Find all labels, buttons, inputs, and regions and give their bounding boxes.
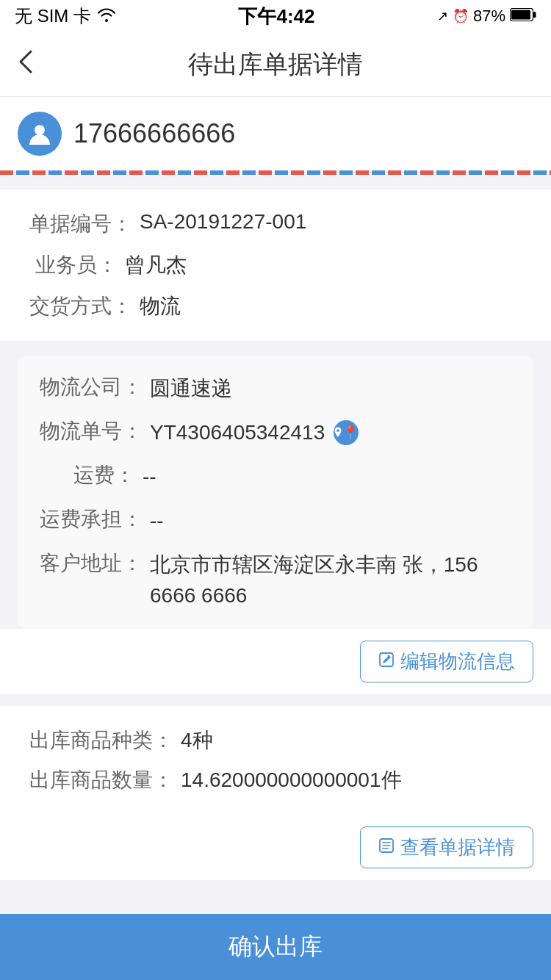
sales-person-row: 业务员： 曾凡杰 bbox=[29, 251, 522, 279]
freight-row: 运费： -- bbox=[40, 461, 511, 492]
product-quantity-label: 出库商品数量： bbox=[29, 766, 181, 794]
section-divider-1 bbox=[0, 694, 551, 706]
edit-logistics-label: 编辑物流信息 bbox=[400, 649, 515, 674]
track-location-button[interactable] bbox=[334, 420, 359, 445]
edit-icon bbox=[378, 652, 395, 672]
delivery-method-row: 交货方式： 物流 bbox=[29, 292, 522, 320]
tracking-number-value: YT43064053424​13 bbox=[150, 417, 325, 448]
confirm-outbound-button[interactable]: 确认出库 bbox=[0, 914, 551, 980]
battery-text: 87% bbox=[473, 7, 505, 26]
tracking-number-row: 物流单号： YT43064053424​13 bbox=[40, 417, 511, 448]
order-number-label: 单据编号： bbox=[29, 210, 140, 238]
product-quantity-row: 出库商品数量： 14.620000000000001件 bbox=[29, 766, 522, 794]
svg-rect-2 bbox=[511, 10, 530, 20]
sales-person-value: 曾凡杰 bbox=[125, 251, 522, 279]
view-details-button[interactable]: 查看单据详情 bbox=[360, 826, 533, 868]
page-title: 待出库单据详情 bbox=[188, 48, 363, 82]
freight-label: 运费： bbox=[40, 461, 143, 489]
order-number-value: SA-20191227-001 bbox=[140, 210, 522, 234]
customer-header: 17666666666 bbox=[0, 97, 551, 170]
dashed-divider bbox=[0, 170, 551, 175]
freight-bearer-row: 运费承担： -- bbox=[40, 505, 511, 536]
location-icon: ↗ bbox=[437, 8, 448, 24]
wifi-icon bbox=[97, 6, 116, 26]
customer-address-value: 北京市市辖区海淀区永丰南 张，156 6666 6666 bbox=[150, 550, 511, 611]
product-quantity-value: 14.620000000000001件 bbox=[181, 766, 402, 794]
svg-rect-1 bbox=[533, 12, 536, 18]
product-types-value: 4种 bbox=[181, 727, 213, 754]
svg-point-3 bbox=[35, 125, 45, 135]
nav-bar: 待出库单据详情 bbox=[0, 32, 551, 97]
product-summary-section: 出库商品种类： 4种 出库商品数量： 14.620000000000001件 bbox=[0, 706, 551, 815]
battery-icon bbox=[510, 7, 536, 26]
customer-address-label: 客户地址： bbox=[40, 550, 150, 577]
delivery-method-value: 物流 bbox=[140, 292, 522, 320]
logistics-box: 物流公司： 圆通速递 物流单号： YT43064053424​13 运费： --… bbox=[18, 356, 533, 629]
main-content: 17666666666 单据编号： SA-20191227-001 业务员： 曾… bbox=[0, 97, 551, 980]
avatar bbox=[18, 112, 62, 156]
logistics-company-label: 物流公司： bbox=[40, 373, 150, 401]
logistics-company-value: 圆通速递 bbox=[150, 373, 511, 404]
carrier-text: 无 SIM 卡 bbox=[15, 4, 91, 28]
alarm-icon: ⏰ bbox=[453, 8, 469, 24]
freight-bearer-label: 运费承担： bbox=[40, 505, 150, 533]
status-bar: 无 SIM 卡 下午4:42 ↗ ⏰ 87% bbox=[0, 0, 551, 32]
freight-value: -- bbox=[143, 461, 511, 492]
tracking-number-value-row: YT43064053424​13 bbox=[150, 417, 511, 448]
status-bar-time: 下午4:42 bbox=[238, 4, 314, 29]
status-bar-right: ↗ ⏰ 87% bbox=[437, 7, 536, 26]
view-details-label: 查看单据详情 bbox=[400, 835, 515, 860]
tracking-number-label: 物流单号： bbox=[40, 417, 150, 445]
view-details-row: 查看单据详情 bbox=[0, 815, 551, 880]
edit-logistics-row: 编辑物流信息 bbox=[0, 629, 551, 694]
order-info-section: 单据编号： SA-20191227-001 业务员： 曾凡杰 交货方式： 物流 bbox=[0, 190, 551, 341]
product-types-label: 出库商品种类： bbox=[29, 727, 181, 754]
customer-address-row: 客户地址： 北京市市辖区海淀区永丰南 张，156 6666 6666 bbox=[40, 550, 511, 611]
logistics-company-row: 物流公司： 圆通速递 bbox=[40, 373, 511, 404]
product-types-row: 出库商品种类： 4种 bbox=[29, 727, 522, 754]
freight-bearer-value: -- bbox=[150, 505, 511, 536]
sales-person-label: 业务员： bbox=[29, 251, 125, 279]
customer-phone: 17666666666 bbox=[73, 118, 235, 149]
status-bar-left: 无 SIM 卡 bbox=[15, 4, 116, 28]
order-number-row: 单据编号： SA-20191227-001 bbox=[29, 210, 522, 238]
list-icon bbox=[378, 836, 395, 859]
back-button[interactable] bbox=[18, 48, 34, 81]
confirm-outbound-label: 确认出库 bbox=[228, 931, 323, 963]
edit-logistics-button[interactable]: 编辑物流信息 bbox=[360, 641, 533, 682]
delivery-method-label: 交货方式： bbox=[29, 292, 140, 320]
